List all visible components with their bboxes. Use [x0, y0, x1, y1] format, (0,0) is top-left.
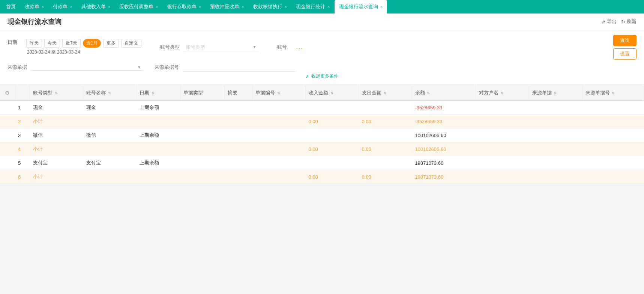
- table-cell: [529, 170, 582, 184]
- close-icon[interactable]: ×: [199, 4, 201, 9]
- date-btn-custom[interactable]: 自定义: [121, 39, 141, 48]
- table-cell: [0, 115, 15, 128]
- nav-cash-bank-stats[interactable]: 现金银行统计 ×: [291, 0, 334, 13]
- table-cell: [180, 170, 224, 184]
- date-btn-more[interactable]: 更多: [103, 39, 119, 48]
- table-cell: [476, 100, 529, 115]
- table-cell: 0.00: [306, 142, 359, 156]
- date-btn-today[interactable]: 今天: [44, 39, 60, 48]
- date-btn-1month[interactable]: 近1月: [83, 39, 101, 48]
- table-cell: [0, 142, 15, 156]
- close-icon[interactable]: ×: [70, 4, 72, 9]
- nav-receipt[interactable]: 收款单 ×: [20, 0, 48, 13]
- table-cell: [180, 156, 224, 170]
- col-income[interactable]: 收入金额 ⇅: [306, 86, 359, 100]
- account-dots-button[interactable]: ...: [296, 44, 303, 51]
- table-cell: [529, 156, 582, 170]
- nav-bank-deposit[interactable]: 银行存取款单 ×: [163, 0, 206, 13]
- table-cell: 0.00: [359, 142, 412, 156]
- col-account-type[interactable]: 账号类型 ⇅: [30, 86, 83, 100]
- nav-home[interactable]: 首页: [2, 0, 20, 13]
- chevron-down-icon: ▼: [137, 65, 141, 69]
- close-icon[interactable]: ×: [242, 4, 244, 9]
- close-icon[interactable]: ×: [327, 4, 330, 9]
- nav-other-income[interactable]: 其他收入单 ×: [77, 0, 115, 13]
- table-cell: [306, 128, 359, 142]
- table-cell: 2: [15, 115, 30, 128]
- date-btn-7days[interactable]: 近7天: [62, 39, 81, 48]
- table-cell: [180, 142, 224, 156]
- account-type-select[interactable]: 账号类型 ▼: [183, 43, 258, 52]
- collapse-bar[interactable]: ∧ 收起更多条件: [8, 73, 636, 79]
- table-cell: 0.00: [306, 170, 359, 184]
- col-doc-no[interactable]: 单据编号 ⇅: [252, 86, 306, 100]
- table-cell: [137, 170, 180, 184]
- nav-adjustment[interactable]: 应收应付调整单 ×: [115, 0, 162, 13]
- table-cell: [529, 100, 582, 115]
- date-buttons: 昨天 今天 近7天 近1月 更多 自定义: [26, 39, 141, 48]
- table-cell: [529, 142, 582, 156]
- source-doc-label: 来源单据: [8, 64, 27, 71]
- table-cell: [0, 100, 15, 115]
- close-icon[interactable]: ×: [285, 4, 287, 9]
- close-icon[interactable]: ×: [108, 4, 110, 9]
- table-cell: 0.00: [306, 115, 359, 128]
- col-source-doc[interactable]: 来源单据 ⇅: [529, 86, 582, 100]
- close-icon[interactable]: ×: [42, 4, 44, 9]
- export-icon: ↗: [601, 19, 605, 25]
- table-cell: 19871073.60: [412, 156, 476, 170]
- col-balance[interactable]: 余额 ⇅: [412, 86, 476, 100]
- table-cell: 4: [15, 142, 30, 156]
- export-button[interactable]: ↗ 导出: [601, 18, 617, 25]
- table-cell: [582, 170, 644, 184]
- nav-collection-exec[interactable]: 收款核销执行 ×: [249, 0, 291, 13]
- refresh-button[interactable]: ↻ 刷新: [621, 18, 636, 25]
- table-cell: [225, 100, 252, 115]
- table-cell: [180, 128, 224, 142]
- col-expense[interactable]: 支出金额 ⇅: [359, 86, 412, 100]
- col-source-doc-no[interactable]: 来源单据号 ⇅: [582, 86, 644, 100]
- header-actions: ↗ 导出 ↻ 刷新: [601, 18, 636, 25]
- table-cell: [582, 156, 644, 170]
- nav-advance-offset[interactable]: 预收冲应收单 ×: [206, 0, 248, 13]
- nav-payment[interactable]: 付款单 ×: [48, 0, 77, 13]
- table-cell: -3528659.33: [412, 100, 476, 115]
- table-cell: 支付宝: [30, 156, 83, 170]
- close-icon[interactable]: ×: [380, 4, 383, 9]
- col-date[interactable]: 日期 ⇅: [137, 86, 180, 100]
- table-cell: [225, 170, 252, 184]
- collapse-label: 收起更多条件: [311, 73, 338, 79]
- table-cell: [476, 128, 529, 142]
- table-cell: 现金: [30, 100, 83, 115]
- query-button[interactable]: 查询: [613, 35, 636, 46]
- col-account-name[interactable]: 账号名称 ⇅: [83, 86, 137, 100]
- table-row: 5支付宝支付宝上期余额19871073.60: [0, 156, 644, 170]
- settings-button[interactable]: 设置: [613, 48, 636, 60]
- gear-icon[interactable]: ⚙: [5, 90, 10, 96]
- table-row: 3微信微信上期余额100102606.60: [0, 128, 644, 142]
- table-cell: 小计: [30, 170, 83, 184]
- source-doc-select[interactable]: ▼: [31, 64, 143, 71]
- table-cell: [359, 128, 412, 142]
- table-cell: [252, 115, 306, 128]
- nav-cash-bank-ledger[interactable]: 现金银行流水查询 ×: [335, 0, 387, 13]
- col-counterparty[interactable]: 对方户名 ⇅: [476, 86, 529, 100]
- date-btn-yesterday[interactable]: 昨天: [26, 39, 42, 48]
- table-cell: [582, 100, 644, 115]
- table-cell: 100102606.60: [412, 128, 476, 142]
- source-doc-no-input[interactable]: [183, 63, 295, 72]
- table-cell: [476, 115, 529, 128]
- table-cell: [0, 128, 15, 142]
- date-filter: 昨天 今天 近7天 近1月 更多 自定义 2023-02-24 至 2023-0…: [26, 39, 141, 55]
- table-row: 6小计0.000.0019871073.60: [0, 170, 644, 184]
- table-cell: [252, 156, 306, 170]
- table-cell: [225, 128, 252, 142]
- date-range-display: 2023-02-24 至 2023-03-24: [26, 49, 141, 55]
- table-cell: [225, 156, 252, 170]
- close-icon[interactable]: ×: [156, 4, 158, 9]
- table-cell: 微信: [83, 128, 137, 142]
- table-cell: [582, 128, 644, 142]
- col-gear[interactable]: ⚙: [0, 86, 15, 100]
- table-cell: [359, 156, 412, 170]
- filter-area: 日期 昨天 今天 近7天 近1月 更多 自定义 2023-02-24 至 202…: [0, 30, 644, 84]
